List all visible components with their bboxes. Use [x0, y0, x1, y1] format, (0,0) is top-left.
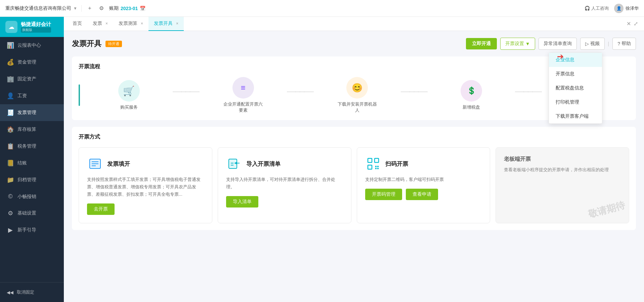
calendar-icon[interactable]: 📅	[140, 6, 145, 11]
svg-rect-12	[375, 168, 377, 169]
abnormal-list-button[interactable]: 异常清单查询	[539, 38, 577, 50]
tab-invoice-close[interactable]: ×	[105, 21, 108, 26]
fixed-assets-icon: 🏢	[7, 75, 14, 83]
red-arrow-indicator: ➔	[557, 52, 564, 61]
page-title: 发票开具	[72, 39, 101, 49]
sidebar-item-invoice-mgmt[interactable]: 🧾 发票管理	[0, 104, 64, 121]
svg-rect-8	[375, 158, 379, 162]
scan-invoice-icon	[365, 156, 381, 172]
sidebar-cancel-fixed[interactable]: ◀◀ 取消固定	[0, 286, 64, 299]
sidebar-logo: ☁ 畅捷通好会计 旗舰版	[0, 17, 64, 37]
page-content: 发票开具 待开通 立即开通 开票设置 ▼ 异常清单查询 ▷ 视频 |	[64, 31, 644, 302]
page-header: 发票开具 待开通 立即开通 开票设置 ▼ 异常清单查询 ▷ 视频 |	[72, 38, 636, 50]
activate-button[interactable]: 立即开通	[466, 38, 497, 49]
settings-dropdown-arrow-icon: ▼	[525, 41, 530, 46]
settings-dropdown-menu: 企业信息 开票信息 配置税盘信息 打印机管理 下载开票客户端	[549, 52, 602, 124]
sidebar-item-archive-mgmt[interactable]: 📁 归档管理	[0, 172, 64, 188]
sidebar-item-new-guide[interactable]: ▶ 新手引导	[0, 222, 64, 238]
sidebar-item-cloud-report[interactable]: 📊 云报表中心	[0, 37, 64, 54]
dropdown-item-printer-mgmt[interactable]: 打印机管理	[549, 95, 602, 109]
video-button[interactable]: ▷ 视频	[580, 38, 605, 50]
period-label: 账期 2023-01 📅	[109, 5, 145, 11]
invoice-mgmt-icon: 🧾	[7, 109, 14, 116]
settings-icon[interactable]: ⚙	[98, 4, 105, 13]
tab-window-controls: ✕ ⤢	[627, 21, 641, 27]
maximize-window-button[interactable]: ⤢	[634, 21, 638, 27]
tab-invoice-issue[interactable]: 发票开具 ×	[148, 17, 184, 31]
report-icon: ©	[7, 193, 14, 200]
help-button[interactable]: ? 帮助	[612, 38, 636, 50]
dropdown-item-invoice-info[interactable]: 开票信息	[549, 67, 602, 81]
sidebar-item-report[interactable]: © 小畅报销	[0, 188, 64, 205]
sidebar-item-accounting[interactable]: 📒 结账	[0, 155, 64, 172]
top-header: 重庆畅捷交通信息咨询有限公司 ▼ ＋ ⚙ 账期 2023-01 📅 🎧 人工咨询…	[0, 0, 644, 17]
flow-connector-2: · · ·	[287, 91, 314, 92]
method-card-fill-invoice: 发票填开 支持按照发票样式手工填开发票；可开具增值税电子普通发票、增值税普通发票…	[79, 147, 212, 223]
tab-invoice-calc-close[interactable]: ×	[141, 21, 143, 26]
sidebar-bottom: ◀◀ 取消固定	[0, 282, 64, 302]
sidebar-item-fund-mgmt[interactable]: 💰 资金管理	[0, 54, 64, 71]
cancel-fixed-icon: ◀◀	[7, 290, 13, 295]
sidebar-item-payroll[interactable]: 👤 工资	[0, 87, 64, 104]
sidebar-item-basic-settings[interactable]: ⚙ 基础设置	[0, 205, 64, 222]
fill-invoice-go-button[interactable]: 去开票	[87, 203, 115, 215]
company-name: 重庆畅捷交通信息咨询有限公司	[5, 5, 71, 11]
sidebar-scroll: 📊 云报表中心 💰 资金管理 🏢 固定资产 👤 工资 🧾 发票管理 🏠	[0, 37, 64, 282]
fill-invoice-icon	[87, 156, 103, 172]
method-card-scan-invoice: 扫码开票 支持定制开票二维码，客户端可扫码开票 开票码管理 查看申请	[357, 147, 490, 223]
sidebar-item-fixed-assets[interactable]: 🏢 固定资产	[0, 71, 64, 87]
tab-invoice-calc[interactable]: 发票测算 ×	[113, 17, 148, 31]
headset-icon: 🎧	[585, 6, 590, 11]
header-divider-1	[81, 5, 82, 12]
method-section: 开票方式	[72, 127, 636, 230]
inventory-icon: 🏠	[7, 126, 14, 133]
import-invoice-icon	[226, 156, 242, 172]
user-info[interactable]: 👤 徐泽华	[614, 4, 639, 13]
service-button[interactable]: 🎧 人工咨询	[585, 5, 609, 11]
add-tax-disk-icon: 💲	[461, 80, 482, 102]
import-invoice-header: 导入开票清单	[226, 156, 343, 172]
method-card-import-invoice: 导入开票清单 支持导入待开票清单，可对待开票清单进行拆分、合并处理。 导入清单	[218, 147, 351, 223]
payroll-icon: 👤	[7, 92, 14, 100]
header-actions: 立即开通 开票设置 ▼ 异常清单查询 ▷ 视频 | ? 帮助	[466, 38, 636, 50]
dropdown-item-download-client[interactable]: 下载开票客户端	[549, 109, 602, 123]
content-area: 首页 发票 × 发票测算 × 发票开具 × ✕ ⤢	[64, 17, 644, 302]
overlay-pending-text: 敬请期待	[587, 199, 627, 221]
header-right: 🎧 人工咨询 👤 徐泽华	[585, 4, 639, 13]
close-window-button[interactable]: ✕	[627, 21, 631, 27]
tab-home[interactable]: 首页	[67, 17, 87, 31]
cloud-report-icon: 📊	[7, 42, 14, 49]
tax-mgmt-icon: 📋	[7, 143, 14, 150]
dropdown-item-tax-disk-config[interactable]: 配置税盘信息	[549, 81, 602, 95]
flow-step-add-tax-disk: 💲 新增税盘	[428, 80, 515, 110]
sidebar: ☁ 畅捷通好会计 旗舰版 📊 云报表中心 💰 资金管理 🏢 固定资产 👤	[0, 17, 64, 302]
basic-settings-icon: ⚙	[7, 210, 14, 217]
settings-dropdown-button[interactable]: 开票设置 ▼	[500, 38, 535, 50]
svg-rect-10	[375, 166, 377, 167]
flow-step-config-enterprise: ≡ 企业开通配置开票六要素	[200, 77, 287, 113]
config-enterprise-icon: ≡	[232, 77, 254, 99]
flow-step-buy-service: 🛒 购买服务	[85, 80, 173, 110]
method-card-boss-invoice: 老板端开票 查看老板端小程序提交的开票申请，并作出相应的处理 敬请期待	[496, 147, 629, 223]
svg-rect-7	[368, 158, 372, 162]
import-list-button[interactable]: 导入清单	[226, 196, 258, 207]
help-circle-icon: ?	[617, 41, 620, 46]
tab-invoice[interactable]: 发票 ×	[87, 17, 113, 31]
divider-v: |	[608, 41, 609, 46]
flow-connector-3: · · ·	[401, 91, 428, 92]
flow-steps: 🛒 购买服务 · · · ≡ 企业开通配置开票六要素 · · ·	[79, 77, 629, 113]
add-tab-button[interactable]: ＋	[86, 3, 94, 13]
tabs-bar: 首页 发票 × 发票测算 × 发票开具 × ✕ ⤢	[64, 17, 644, 31]
tab-invoice-issue-close[interactable]: ×	[176, 21, 178, 26]
flow-left-bar	[79, 84, 80, 106]
scan-code-mgmt-button[interactable]: 开票码管理	[365, 189, 402, 200]
company-selector[interactable]: 重庆畅捷交通信息咨询有限公司 ▼	[5, 5, 77, 11]
sidebar-item-inventory[interactable]: 🏠 库存核算	[0, 121, 64, 138]
sidebar-item-tax-mgmt[interactable]: 📋 税务管理	[0, 138, 64, 155]
accounting-icon: 📒	[7, 159, 14, 167]
flow-connector-4: · · ·	[515, 91, 542, 92]
buy-service-icon: 🛒	[118, 80, 140, 102]
view-application-button[interactable]: 查看申请	[406, 189, 438, 200]
main-layout: ☁ 畅捷通好会计 旗舰版 📊 云报表中心 💰 资金管理 🏢 固定资产 👤	[0, 17, 644, 302]
download-install-icon: 😊	[346, 77, 368, 99]
